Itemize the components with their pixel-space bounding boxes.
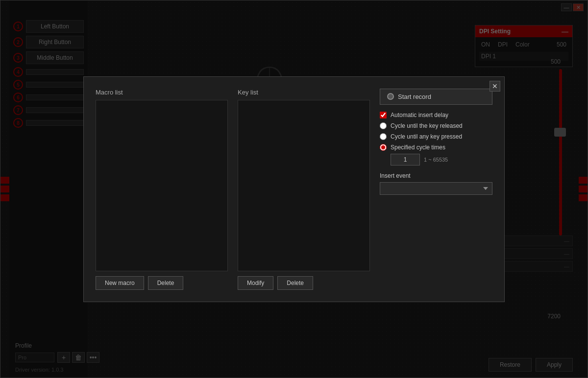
modal-right-panel: Start record Automatic insert delay Cycl… — [380, 89, 492, 290]
auto-insert-delay-row: Automatic insert delay — [380, 112, 492, 118]
key-list-area[interactable] — [238, 100, 370, 271]
macro-list-area[interactable] — [96, 100, 228, 271]
modify-button[interactable]: Modify — [238, 276, 273, 290]
cycle-times-input-row: 1 ~ 65535 — [380, 154, 492, 165]
cycle-released-radio[interactable] — [380, 122, 387, 129]
modal-close-button[interactable]: ✕ — [490, 81, 500, 92]
insert-event-label: Insert event — [380, 172, 492, 179]
macro-modal: ✕ Macro list New macro Delete Key list — [83, 76, 505, 302]
auto-insert-delay-label: Automatic insert delay — [391, 112, 448, 118]
cycle-times-row: Specified cycle times — [380, 144, 492, 151]
key-list-title: Key list — [238, 89, 370, 96]
cycle-any-key-row: Cycle until any key pressed — [380, 133, 492, 140]
cycle-times-input[interactable] — [391, 154, 420, 165]
record-circle-icon — [387, 93, 394, 100]
modal-body: Macro list New macro Delete Key list Mod… — [96, 89, 492, 290]
cycle-times-label: Specified cycle times — [391, 144, 445, 151]
start-record-label: Start record — [398, 93, 431, 100]
cycle-times-section: Specified cycle times 1 ~ 65535 — [380, 144, 492, 165]
modal-overlay: ✕ Macro list New macro Delete Key list — [0, 0, 588, 378]
cycle-times-radio[interactable] — [380, 144, 387, 151]
cycle-any-key-label: Cycle until any key pressed — [391, 133, 462, 140]
key-buttons: Modify Delete — [238, 276, 370, 290]
insert-event-section: Insert event — [380, 172, 492, 195]
options-group: Automatic insert delay Cycle until the k… — [380, 112, 492, 165]
cycle-times-range: 1 ~ 65535 — [424, 157, 448, 163]
key-section: Key list Modify Delete — [238, 89, 370, 290]
macro-section: Macro list New macro Delete — [96, 89, 228, 290]
cycle-any-key-radio[interactable] — [380, 133, 387, 140]
cycle-released-row: Cycle until the key released — [380, 122, 492, 129]
main-window: — ✕ 1 Left Button 2 Right Button 3 Middl… — [0, 0, 588, 378]
auto-insert-delay-checkbox[interactable] — [380, 112, 387, 118]
insert-event-select[interactable] — [380, 182, 492, 195]
macro-list-title: Macro list — [96, 89, 228, 96]
macro-buttons: New macro Delete — [96, 276, 228, 290]
start-record-button[interactable]: Start record — [380, 89, 492, 105]
new-macro-button[interactable]: New macro — [96, 276, 144, 290]
delete-key-button[interactable]: Delete — [277, 276, 313, 290]
delete-macro-button[interactable]: Delete — [148, 276, 184, 290]
cycle-released-label: Cycle until the key released — [391, 122, 463, 129]
